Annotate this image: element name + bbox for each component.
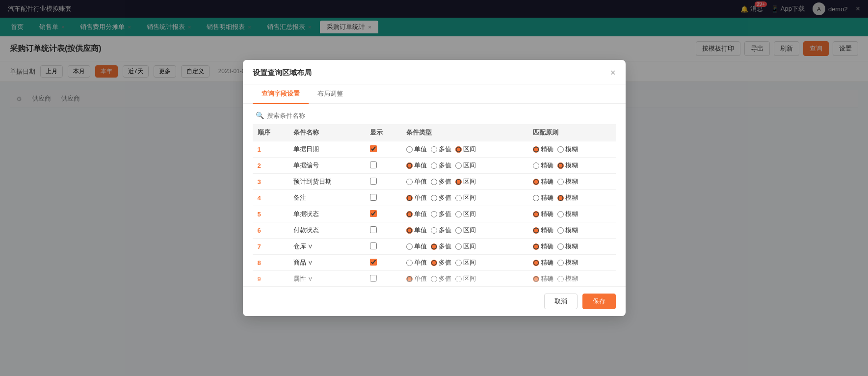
settings-dialog: 设置查询区域布局 × 查询字段设置 布局调整 🔍 xyxy=(243,60,626,115)
tab-layout-adjust[interactable]: 布局调整 xyxy=(309,84,352,104)
dialog-header: 设置查询区域布局 × xyxy=(243,60,626,84)
dialog-close-btn[interactable]: × xyxy=(610,68,616,84)
tab-layout-label: 布局调整 xyxy=(317,90,343,97)
dialog-tabs: 查询字段设置 布局调整 xyxy=(243,84,626,104)
dialog-search-area: 🔍 xyxy=(243,104,626,115)
search-input[interactable] xyxy=(267,112,345,116)
dialog-overlay: 设置查询区域布局 × 查询字段设置 布局调整 🔍 xyxy=(0,0,868,115)
dialog-title: 设置查询区域布局 xyxy=(253,68,312,83)
tab-query-field-settings[interactable]: 查询字段设置 xyxy=(253,84,309,104)
tab-query-field-label: 查询字段设置 xyxy=(262,90,300,97)
search-box: 🔍 xyxy=(253,110,351,115)
search-icon: 🔍 xyxy=(256,111,264,115)
